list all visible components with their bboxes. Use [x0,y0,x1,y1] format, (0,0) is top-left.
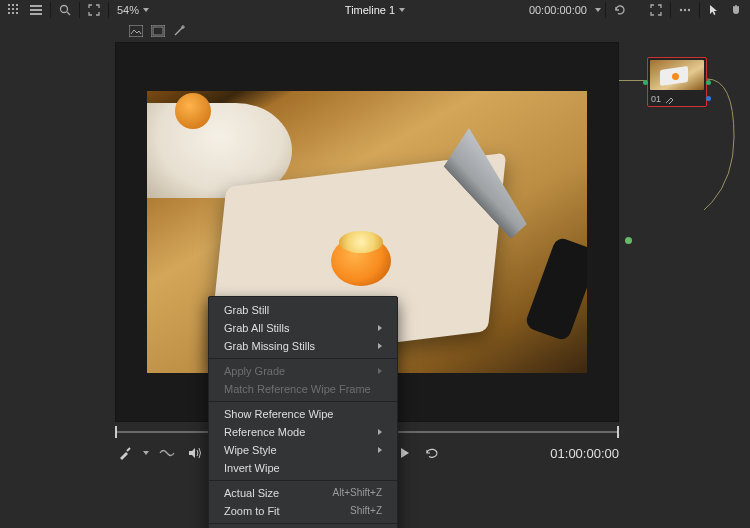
menu-item[interactable]: Grab Still [209,301,397,319]
menu-separator [209,480,397,481]
svg-rect-8 [16,12,18,14]
next-clip-icon[interactable] [396,443,416,463]
menu-separator [209,358,397,359]
svg-rect-9 [30,5,42,7]
svg-rect-2 [16,4,18,6]
menu-item-label: Grab Missing Stills [224,339,315,353]
menu-separator [209,401,397,402]
menu-separator [209,523,397,524]
loop-icon[interactable] [422,443,442,463]
menu-item[interactable]: Show Reference Wipe [209,405,397,423]
divider [79,2,80,18]
svg-rect-5 [16,8,18,10]
zoom-level-label: 54% [117,4,139,16]
node[interactable]: 01 [647,57,707,107]
submenu-arrow-icon [378,325,382,331]
node-thumbnail [650,60,704,90]
svg-point-16 [688,9,690,11]
svg-rect-10 [30,9,42,11]
svg-rect-4 [12,8,14,10]
search-icon[interactable] [55,0,75,20]
expand2-icon[interactable] [646,0,666,20]
picker-tool-icon[interactable] [115,443,135,463]
node-output-terminal[interactable] [625,237,632,244]
bypass-icon[interactable] [157,443,177,463]
svg-rect-19 [153,27,163,35]
refresh-icon[interactable] [610,0,630,20]
more-icon[interactable] [675,0,695,20]
svg-point-15 [684,9,686,11]
hand-tool-icon[interactable] [726,0,746,20]
timeline-title[interactable]: Timeline 1 [341,4,409,16]
menu-item[interactable]: Grab All Stills [209,319,397,337]
left-gutter [0,42,115,528]
svg-rect-6 [8,12,10,14]
chevron-down-icon[interactable] [143,451,149,455]
timecode-display[interactable]: 00:00:00:00 [525,4,591,16]
menu-item-label: Apply Grade [224,364,285,378]
svg-rect-7 [12,12,14,14]
menu-item-label: Invert Wipe [224,461,280,475]
svg-rect-1 [12,4,14,6]
submenu-arrow-icon [378,429,382,435]
menu-item: Apply Grade [209,362,397,380]
menu-item-label: Reference Mode [224,425,305,439]
wand-icon[interactable] [170,21,190,41]
menu-item: Match Reference Wipe Frame [209,380,397,398]
image-mode-icon[interactable] [126,21,146,41]
audio-icon[interactable] [185,443,205,463]
view-list-icon[interactable] [26,0,46,20]
node-input-dot[interactable] [643,80,648,85]
menu-item-label: Show Reference Wipe [224,407,333,421]
divider [605,2,606,18]
viewer-context-menu: Grab StillGrab All StillsGrab Missing St… [208,296,398,528]
node-edge [704,57,744,247]
pointer-tool-icon[interactable] [704,0,724,20]
submenu-arrow-icon [378,447,382,453]
menu-item[interactable]: Reference Mode [209,423,397,441]
svg-line-13 [67,12,70,15]
view-grid-icon[interactable] [4,0,24,20]
menu-item[interactable]: Wipe Style [209,441,397,459]
menu-item-label: Actual Size [224,486,279,500]
menu-item-label: Match Reference Wipe Frame [224,382,371,396]
node-graph[interactable]: 01 [619,42,750,528]
svg-point-14 [680,9,682,11]
svg-rect-17 [129,25,143,37]
menu-item[interactable]: Invert Wipe [209,459,397,477]
svg-rect-11 [30,13,42,15]
svg-point-12 [61,6,68,13]
menu-item[interactable]: Zoom to FitShift+Z [209,502,397,520]
menu-item-label: Grab Still [224,303,269,317]
submenu-arrow-icon [378,343,382,349]
chevron-down-icon [399,8,405,12]
divider [50,2,51,18]
menu-item-label: Wipe Style [224,443,277,457]
scope-mode-icon[interactable] [148,21,168,41]
svg-rect-0 [8,4,10,6]
menu-item-shortcut: Shift+Z [350,504,382,518]
menu-item-label: Zoom to Fit [224,504,280,518]
expand-icon[interactable] [84,0,104,20]
menu-item[interactable]: Actual SizeAlt+Shift+Z [209,484,397,502]
menu-item-label: Grab All Stills [224,321,289,335]
divider [699,2,700,18]
chevron-down-icon [595,8,601,12]
node-tool-icon [665,94,675,104]
divider [108,2,109,18]
menu-item[interactable]: Grab Missing Stills [209,337,397,355]
timeline-title-label: Timeline 1 [345,4,395,16]
chevron-down-icon [143,8,149,12]
zoom-level[interactable]: 54% [113,4,153,16]
divider [670,2,671,18]
submenu-arrow-icon [378,368,382,374]
viewer-timecode[interactable]: 01:00:00:00 [550,446,619,461]
node-label: 01 [651,94,661,104]
svg-rect-3 [8,8,10,10]
menu-item-shortcut: Alt+Shift+Z [333,486,382,500]
